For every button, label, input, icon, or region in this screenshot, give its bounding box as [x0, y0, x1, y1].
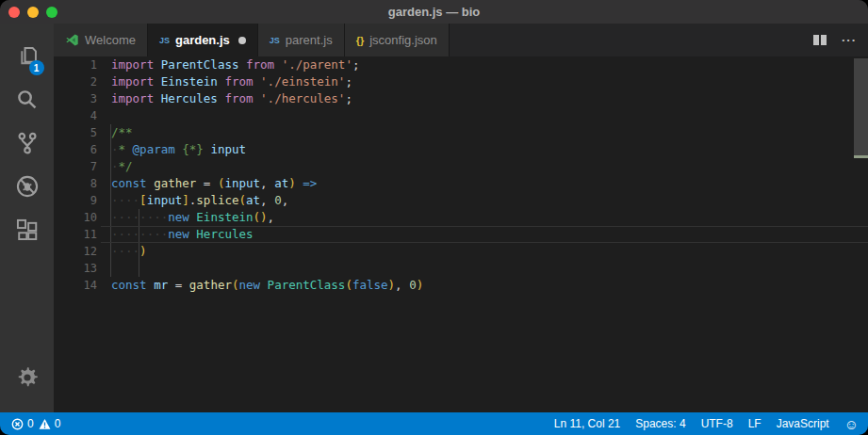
- line-content: ····[input].splice(at, 0,: [97, 192, 288, 209]
- encoding[interactable]: UTF-8: [701, 417, 733, 430]
- code-lines: 1import ParentClass from './parent';2imp…: [54, 56, 868, 294]
- window-title: garden.js — bio: [0, 5, 868, 19]
- overview-ruler-marker: [854, 155, 868, 158]
- gear-icon: [16, 366, 39, 389]
- line-content: import Hercules from './hercules';: [97, 90, 352, 107]
- cursor-position[interactable]: Ln 11, Col 21: [554, 417, 621, 430]
- line-content: ·* @param {*} input: [97, 141, 246, 158]
- explorer-badge: 1: [29, 60, 44, 75]
- code-line[interactable]: 3import Hercules from './hercules';: [54, 90, 868, 107]
- json-braces-icon: {}: [356, 35, 365, 46]
- code-line[interactable]: 8const gather = (input, at) =>: [54, 175, 868, 192]
- code-line[interactable]: 5/**: [54, 124, 868, 141]
- search-button[interactable]: [5, 78, 50, 121]
- line-number[interactable]: 14: [54, 277, 97, 294]
- line-content: import ParentClass from './parent';: [97, 56, 359, 73]
- tab-label: garden.js: [175, 33, 230, 47]
- line-content: ········new Hercules: [97, 226, 254, 243]
- line-number[interactable]: 12: [54, 243, 97, 260]
- code-line[interactable]: 2import Einstein from './einstein';: [54, 73, 868, 90]
- source-control-icon: [15, 131, 40, 155]
- source-control-button[interactable]: [5, 121, 50, 165]
- vscode-logo-icon: [65, 33, 79, 47]
- line-content: import Einstein from './einstein';: [97, 73, 352, 90]
- debug-button[interactable]: [5, 165, 50, 208]
- line-content: [97, 107, 111, 124]
- line-number[interactable]: 2: [54, 73, 97, 90]
- title-bar: garden.js — bio: [0, 0, 868, 24]
- line-number[interactable]: 5: [54, 124, 97, 141]
- js-file-icon: JS: [270, 36, 280, 45]
- language-mode[interactable]: JavaScript: [777, 417, 829, 430]
- explorer-button[interactable]: 1: [5, 35, 50, 78]
- tab-label: jsconfig.json: [369, 33, 437, 47]
- code-line[interactable]: 7·*/: [54, 158, 868, 175]
- scrollbar-thumb[interactable]: [854, 58, 868, 158]
- problems-errors[interactable]: 0: [11, 417, 34, 430]
- line-content: const gather = (input, at) =>: [97, 175, 317, 192]
- line-number[interactable]: 4: [54, 107, 97, 124]
- line-content: [97, 260, 111, 277]
- code-editor[interactable]: 1import ParentClass from './parent';2imp…: [54, 56, 868, 412]
- tab-jsconfig-json[interactable]: {} jsconfig.json: [345, 24, 450, 56]
- eol-sequence[interactable]: LF: [748, 417, 762, 430]
- line-number[interactable]: 8: [54, 175, 97, 192]
- code-line[interactable]: 4: [54, 107, 868, 124]
- tab-label: parent.js: [286, 33, 333, 47]
- activity-bar: 1: [0, 24, 54, 412]
- line-number[interactable]: 10: [54, 209, 97, 226]
- line-number[interactable]: 3: [54, 90, 97, 107]
- traffic-lights: [8, 7, 57, 18]
- more-actions-button[interactable]: ···: [842, 33, 857, 47]
- vscode-window: garden.js — bio 1: [0, 0, 868, 435]
- zoom-button[interactable]: [46, 7, 57, 18]
- line-number[interactable]: 1: [54, 56, 97, 73]
- code-line[interactable]: 10········new Einstein(),: [54, 209, 868, 226]
- split-editor-icon[interactable]: [813, 35, 827, 45]
- code-line[interactable]: 14const mr = gather(new ParentClass(fals…: [54, 277, 868, 294]
- line-content: ····): [97, 243, 147, 260]
- error-count: 0: [27, 417, 34, 430]
- warning-icon: [39, 418, 51, 430]
- code-line[interactable]: 12····): [54, 243, 868, 260]
- error-icon: [11, 418, 24, 430]
- line-content: ········new Einstein(),: [97, 209, 274, 226]
- line-number[interactable]: 9: [54, 192, 97, 209]
- line-number[interactable]: 13: [54, 260, 97, 277]
- tab-parent-js[interactable]: JS parent.js: [258, 24, 345, 56]
- line-number[interactable]: 11: [54, 226, 97, 243]
- line-number[interactable]: 6: [54, 141, 97, 158]
- tab-label: Welcome: [85, 33, 136, 47]
- status-bar: 0 0 Ln 11, Col 21 Spaces: 4 UTF-8 LF Jav…: [0, 412, 868, 435]
- js-file-icon: JS: [159, 36, 170, 45]
- close-button[interactable]: [8, 7, 20, 18]
- line-content: const mr = gather(new ParentClass(false)…: [97, 277, 423, 294]
- indentation[interactable]: Spaces: 4: [635, 417, 685, 430]
- extensions-button[interactable]: [5, 208, 50, 251]
- tab-welcome[interactable]: Welcome: [54, 24, 148, 56]
- line-number[interactable]: 7: [54, 158, 97, 175]
- smiley-icon[interactable]: ☺: [844, 417, 859, 431]
- debug-icon: [15, 174, 40, 199]
- problems-warnings[interactable]: 0: [39, 417, 61, 430]
- code-line[interactable]: 6·* @param {*} input: [54, 141, 868, 158]
- modified-dot-icon[interactable]: [238, 37, 246, 44]
- extensions-icon: [15, 218, 40, 242]
- minimize-button[interactable]: [27, 7, 39, 18]
- tab-bar: Welcome JS garden.js JS parent.js {} jsc…: [54, 24, 868, 56]
- code-line[interactable]: 13: [54, 260, 868, 277]
- code-line[interactable]: 1import ParentClass from './parent';: [54, 56, 868, 73]
- settings-button[interactable]: [5, 356, 50, 399]
- code-line[interactable]: 9····[input].splice(at, 0,: [54, 192, 868, 209]
- tab-garden-js[interactable]: JS garden.js: [148, 24, 258, 56]
- line-content: ·*/: [97, 158, 133, 175]
- warning-count: 0: [55, 417, 61, 430]
- line-content: /**: [97, 124, 133, 141]
- code-line[interactable]: 11········new Hercules: [54, 226, 868, 243]
- search-icon: [15, 88, 40, 112]
